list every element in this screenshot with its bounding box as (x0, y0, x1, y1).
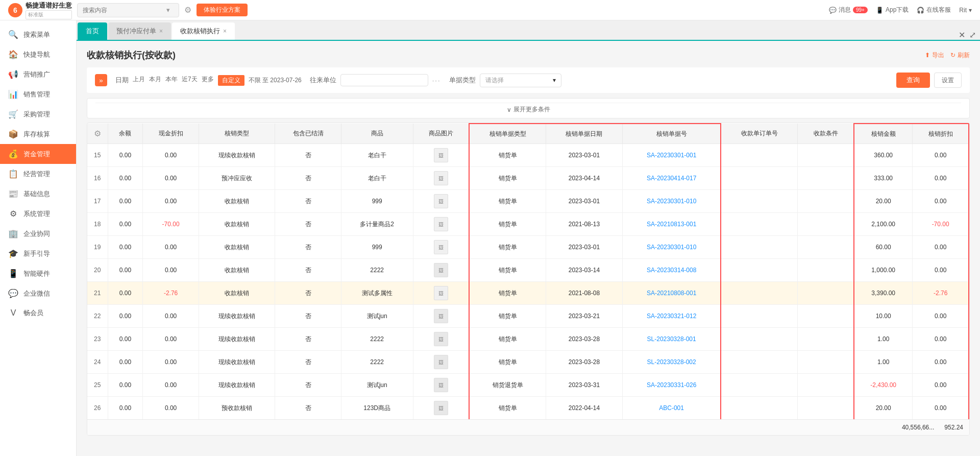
sidebar-item-search-menu[interactable]: 🔍 搜索菜单 (0, 25, 76, 44)
td-row-num: 19 (87, 236, 108, 259)
td-write-off-amount: 20.00 (854, 190, 913, 213)
from-unit-input[interactable] (340, 74, 428, 86)
sidebar-item-enterprise-wx[interactable]: 💬 企业微信 (0, 283, 76, 303)
td-write-off-discount: 0.00 (913, 236, 969, 259)
td-receipt-condition (798, 236, 854, 259)
close-tab-btn[interactable]: ✕ (959, 30, 965, 40)
message-item[interactable]: 💬 消息 99+ (829, 6, 868, 14)
td-row-num: 25 (87, 374, 108, 397)
write-off-number-link[interactable]: SA-20230314-008 (647, 267, 696, 274)
footer-write-off-discount: 952.24 (944, 424, 963, 431)
sidebar-item-purchase[interactable]: 🛒 采购管理 (0, 104, 76, 124)
date-custom[interactable]: 自定义 (218, 75, 244, 86)
sidebar-item-business[interactable]: 📋 经营管理 (0, 164, 76, 184)
table-row: 19 0.00 0.00 收款核销 否 999 🖼 销货单 2023-03-01… (87, 236, 969, 259)
search-bar[interactable]: ▾ (77, 3, 179, 17)
write-off-number-link[interactable]: SA-20230301-010 (647, 244, 696, 251)
sidebar-item-sales[interactable]: 📊 销售管理 (0, 84, 76, 104)
td-balance: 0.00 (108, 190, 143, 213)
write-off-number-link[interactable]: SL-20230328-001 (647, 335, 696, 343)
td-cash-discount: 0.00 (143, 328, 199, 351)
expand-more-btn[interactable]: ∨ 展开更多条件 (95, 103, 961, 116)
sidebar-item-enterprise[interactable]: 🏢 企业协同 (0, 224, 76, 244)
write-off-number-link[interactable]: SA-20230331-026 (647, 381, 696, 389)
write-off-number-link[interactable]: ABC-001 (659, 404, 684, 412)
date-last-month[interactable]: 上月 (133, 75, 145, 86)
td-receipt-order-no (721, 144, 797, 167)
top-bar: 6 畅捷通谱好生意 标准版 ▾ ⚙ 体验行业方案 💬 消息 99+ 📱 App下… (0, 0, 980, 20)
td-write-off-bill-type: 销货单 (469, 282, 546, 305)
refresh-btn[interactable]: ↻ 刷新 (950, 51, 970, 60)
industry-btn[interactable]: 体验行业方案 (197, 4, 248, 16)
td-balance: 0.00 (108, 351, 143, 374)
page-content: 收款核销执行(按收款) ⬆ 导出 ↻ 刷新 » 日期 (77, 41, 980, 456)
receipt-tab-label: 收款核销执行 (180, 27, 220, 36)
home-tab-label: 首页 (86, 27, 99, 36)
write-off-number-link[interactable]: SA-20210808-001 (647, 290, 696, 297)
write-off-number-link[interactable]: SA-20230301-010 (647, 198, 696, 205)
export-btn[interactable]: ⬆ 导出 (925, 51, 944, 60)
sidebar-item-inventory[interactable]: 📦 库存核算 (0, 124, 76, 144)
sidebar-item-finance[interactable]: 💰 资金管理 (0, 144, 76, 164)
tab-receipt-writeoff[interactable]: 收款核销执行 × (172, 22, 235, 40)
date-7days[interactable]: 近7天 (182, 75, 198, 86)
td-write-off-type: 现续收款核销 (199, 144, 275, 167)
sidebar-item-smart-hw[interactable]: 📱 智能硬件 (0, 263, 76, 283)
receipt-type-select[interactable]: 请选择 ▾ (480, 74, 561, 87)
app-download-item[interactable]: 📱 App下载 (876, 6, 909, 14)
sidebar-label-quicknav: 快捷导航 (23, 50, 50, 59)
expand-more-row: ∨ 展开更多条件 (87, 98, 970, 118)
write-off-number-link[interactable]: SL-20230328-002 (647, 358, 696, 366)
settings-top-icon[interactable]: ⚙ (184, 5, 191, 15)
app-logo-icon: 6 (8, 3, 22, 17)
td-write-off-type: 收款核销 (199, 236, 275, 259)
user-area[interactable]: Rit ▾ (959, 7, 972, 14)
write-off-number-link[interactable]: SA-20230414-017 (647, 175, 696, 182)
td-write-off-date: 2023-03-14 (546, 259, 623, 282)
from-unit-dots[interactable]: ··· (432, 77, 441, 84)
sidebar-label-purchase: 采购管理 (23, 110, 50, 119)
table-settings-icon[interactable]: ⚙ (94, 129, 101, 138)
product-thumb-icon: 🖼 (434, 148, 448, 162)
sidebar-label-enterprisewx: 企业微信 (23, 289, 50, 298)
query-btn[interactable]: 查询 (896, 73, 930, 88)
th-settings[interactable]: ⚙ (87, 124, 108, 144)
tab-bar: 首页 预付冲应付单 × 收款核销执行 × ✕ ⤢ (77, 20, 980, 41)
td-write-off-amount: 333.00 (854, 167, 913, 190)
write-off-number-link[interactable]: SA-20230321-012 (647, 313, 696, 320)
search-input[interactable] (83, 7, 164, 14)
th-write-off-discount: 核销折扣 (913, 124, 969, 144)
td-receipt-condition (798, 213, 854, 236)
td-product: 老白干 (341, 167, 413, 190)
table-row: 15 0.00 0.00 现续收款核销 否 老白干 🖼 销货单 2023-03-… (87, 144, 969, 167)
date-this-year[interactable]: 本年 (165, 75, 178, 86)
td-write-off-bill-type: 销货单 (469, 328, 546, 351)
sidebar-item-marketing[interactable]: 📢 营销推广 (0, 64, 76, 84)
home-icon: 🏠 (8, 50, 18, 59)
td-write-off-date: 2022-04-14 (546, 397, 623, 420)
filter-expand-btn[interactable]: » (95, 74, 107, 86)
write-off-number-link[interactable]: SA-20230301-001 (647, 152, 696, 159)
receipt-tab-close[interactable]: × (223, 28, 227, 35)
th-write-off-amount: 核销金额 (854, 124, 913, 144)
online-service-item[interactable]: 🎧 在线客服 (917, 6, 951, 14)
expand-tab-btn[interactable]: ⤢ (969, 30, 976, 40)
filter-settings-btn[interactable]: 设置 (934, 73, 962, 88)
td-include-settled: 否 (275, 144, 341, 167)
sidebar-item-vip[interactable]: V 畅会员 (0, 303, 76, 323)
write-off-number-link[interactable]: SA-20210813-001 (647, 221, 696, 228)
sidebar-item-basic-info[interactable]: 📰 基础信息 (0, 184, 76, 204)
date-more[interactable]: 更多 (202, 75, 214, 86)
td-write-off-type: 收款核销 (199, 282, 275, 305)
td-write-off-discount: -2.76 (913, 282, 969, 305)
tab-home[interactable]: 首页 (78, 22, 107, 40)
sidebar-item-beginner[interactable]: 🎓 新手引导 (0, 244, 76, 263)
prepay-tab-close[interactable]: × (159, 28, 163, 35)
sidebar-item-system[interactable]: ⚙ 系统管理 (0, 204, 76, 224)
tab-prepay[interactable]: 预付冲应付单 × (108, 22, 171, 40)
date-this-month[interactable]: 本月 (149, 75, 161, 86)
table-wrapper[interactable]: ⚙ 余额 现金折扣 核销类型 包含已结清 商品 商品图片 核销单据类型 核销单据… (87, 123, 969, 419)
sidebar-item-quick-nav[interactable]: 🏠 快捷导航 (0, 44, 76, 64)
chevron-down-icon[interactable]: ▾ (166, 6, 170, 14)
td-row-num: 24 (87, 351, 108, 374)
